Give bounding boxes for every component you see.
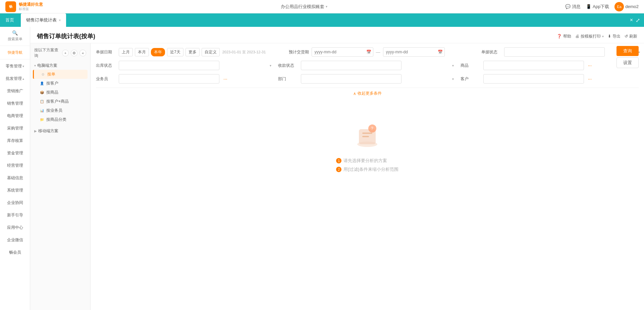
last-month-btn[interactable]: 上月	[119, 48, 133, 56]
tab-home[interactable]: 首页	[0, 13, 19, 27]
salesman-label: 业务员	[96, 76, 116, 82]
customer-input[interactable]	[483, 74, 584, 84]
customer-more-icon[interactable]: ···	[588, 76, 592, 82]
sidebar-item-inventory[interactable]: 库存核算	[0, 135, 30, 147]
chevron-down-icon: ▾	[22, 64, 24, 68]
filter-row-3: 业务员 ··· 部门	[96, 74, 639, 84]
out-status-wrap	[119, 61, 274, 70]
sidebar-item-operations[interactable]: 经营管理	[0, 159, 30, 172]
chevron-up-icon: ▴	[22, 77, 24, 81]
salesman-more-icon[interactable]: ···	[223, 76, 227, 82]
sidebar-search[interactable]: 🔍 搜索菜单	[0, 27, 30, 45]
start-date-input[interactable]	[312, 47, 373, 57]
sidebar-item-marketing[interactable]: 营销推广	[0, 85, 30, 97]
page-selector-label: 办公用品行业模拟账套	[281, 4, 324, 10]
page-actions: ❓ 帮助 🖨 按模板打印 ▾ ⬇ 导出 ↺ 刷新	[557, 34, 637, 39]
template-print-btn[interactable]: 🖨 按模板打印 ▾	[575, 34, 604, 39]
filter-date-section: 单据日期 上月 本月 本年 近7天 更多 自定义 2023-01-01 至 20…	[96, 48, 285, 56]
page-title: 销售订单统计表(按单)	[37, 32, 95, 40]
app-download-btn[interactable]: 📱 App下载	[586, 4, 609, 10]
goods-input[interactable]	[483, 61, 584, 70]
status-label: 单据状态	[481, 49, 501, 55]
this-year-btn[interactable]: 本年	[151, 48, 165, 56]
scheme-item-by-customer[interactable]: 👤 按客户	[33, 79, 88, 88]
sidebar-item-system[interactable]: 系统管理	[0, 184, 30, 197]
collapse-scheme-btn[interactable]: «	[79, 50, 86, 56]
scheme-section-header-pc[interactable]: ▾ 电脑端方案	[33, 61, 88, 70]
more-btn[interactable]: 更多	[185, 48, 200, 56]
scheme-section-header-mobile[interactable]: ▶ 移动端方案	[33, 127, 88, 135]
dept-label: 部门	[278, 76, 298, 82]
empty-illustration: ?	[351, 119, 384, 154]
status-select[interactable]	[504, 47, 605, 57]
date-range-text: 2023-01-01 至 2023-12-31	[222, 50, 266, 55]
message-btn[interactable]: 💬 消息	[565, 4, 581, 10]
date-filter: 上月 本月 本年 近7天 更多 自定义	[119, 48, 220, 56]
print-icon: 🖨	[575, 34, 579, 39]
sidebar-item-sales[interactable]: 销售管理	[0, 97, 30, 110]
maximize-window-btn[interactable]: ⤢	[636, 17, 640, 23]
out-status-label: 出库状态	[96, 63, 116, 68]
search-btn[interactable]: 查询	[616, 46, 639, 56]
brand-logo: 畅	[5, 1, 16, 12]
scheme-item-by-order[interactable]: ⊙ 按单	[33, 70, 88, 79]
help-icon: ❓	[557, 34, 562, 39]
sidebar-item-basic-info[interactable]: 基础信息	[0, 172, 30, 184]
sidebar-item-wholesale[interactable]: 批发管理 ▴	[0, 72, 30, 85]
sidebar-item-purchase[interactable]: 采购管理	[0, 122, 30, 135]
scheme-item-by-category[interactable]: 📁 按商品分类	[33, 115, 88, 124]
settings-btn[interactable]: 设置	[616, 57, 639, 68]
dept-select[interactable]	[301, 74, 401, 84]
filter-status-section: 单据状态	[481, 47, 639, 57]
end-date-input[interactable]	[383, 47, 445, 57]
sidebar-item-retail[interactable]: 零售管理 ▾	[0, 60, 30, 72]
empty-tip-1: 1 请先选择要分析的方案	[336, 158, 398, 164]
payment-select[interactable]	[301, 61, 401, 70]
filter-payment-section: 收款状态	[278, 61, 456, 70]
topbar-right: 💬 消息 📱 App下载 Ea demo2	[565, 2, 639, 11]
filter-expected-date-section: 预计交货期 📅 — 📅	[289, 47, 478, 57]
sidebar-item-membership[interactable]: 畅会员	[0, 246, 30, 259]
add-scheme-btn[interactable]: +	[62, 50, 69, 56]
refresh-btn[interactable]: ↺ 刷新	[625, 34, 637, 39]
scheme-item-by-goods[interactable]: 📦 按商品	[33, 88, 88, 97]
scheme-item-by-customer-goods[interactable]: 📋 按客户+商品	[33, 97, 88, 106]
sidebar-item-finance[interactable]: 资金管理	[0, 147, 30, 159]
sidebar-item-ecommerce[interactable]: 电商管理	[0, 110, 30, 122]
sidebar-item-guide[interactable]: 新手引导	[0, 209, 30, 221]
help-btn[interactable]: ❓ 帮助	[557, 34, 571, 39]
sidebar-item-enterprise[interactable]: 企业协同	[0, 197, 30, 209]
user-menu-btn[interactable]: Ea demo2	[614, 2, 639, 11]
tabbar: 首页 销售订单统计表 × × ⤢	[0, 13, 644, 27]
export-btn[interactable]: ⬇ 导出	[608, 34, 621, 39]
salesman-input[interactable]	[119, 74, 219, 84]
tab-close-btn[interactable]: ×	[59, 18, 61, 22]
goods-more-icon[interactable]: ···	[588, 63, 592, 68]
start-date-wrap: 📅	[312, 47, 373, 57]
date-label: 单据日期	[96, 49, 116, 55]
search-action-area: 查询 设置	[616, 46, 639, 68]
filter-dept-section: 部门	[278, 74, 456, 84]
chevron-right-icon: ▶	[34, 129, 37, 133]
collapse-bar[interactable]: ∧ 收起更多条件	[96, 88, 639, 99]
scheme-item-by-salesman[interactable]: 📊 按业务员	[33, 106, 88, 115]
custom-btn[interactable]: 自定义	[202, 48, 220, 56]
tab-active[interactable]: 销售订单统计表 ×	[21, 13, 66, 27]
content-pane: 销售订单统计表(按单) ❓ 帮助 🖨 按模板打印 ▾ ⬇ 导出 ↺ 刷新	[30, 27, 644, 310]
expected-date-label: 预计交货期	[289, 49, 309, 55]
sidebar-item-wechat[interactable]: 企业微信	[0, 234, 30, 246]
filter-and-search: 查询 设置 单据日期 上月 本月 本年 近7天 更多	[91, 43, 644, 310]
this-month-btn[interactable]: 本月	[135, 48, 149, 56]
out-status-select[interactable]	[119, 61, 219, 70]
svg-rect-2	[362, 133, 372, 134]
tip-num-1: 1	[336, 158, 341, 163]
brand-subtitle: 标准版	[19, 7, 43, 11]
sidebar-item-app-center[interactable]: 应用中心	[0, 221, 30, 234]
dropdown-arrow-icon[interactable]: ▾	[326, 5, 327, 8]
last-7-days-btn[interactable]: 近7天	[167, 48, 183, 56]
settings-scheme-btn[interactable]: ⚙	[71, 50, 77, 56]
sidebar-quick-nav[interactable]: 快捷导航	[0, 47, 30, 58]
main-area: 🔍 搜索菜单 快捷导航 零售管理 ▾ 批发管理 ▴ 营销推广 销售管理 电商管理…	[0, 27, 644, 310]
topbar-center[interactable]: 办公用品行业模拟账套 ▾	[281, 4, 327, 10]
close-window-btn[interactable]: ×	[630, 17, 633, 23]
